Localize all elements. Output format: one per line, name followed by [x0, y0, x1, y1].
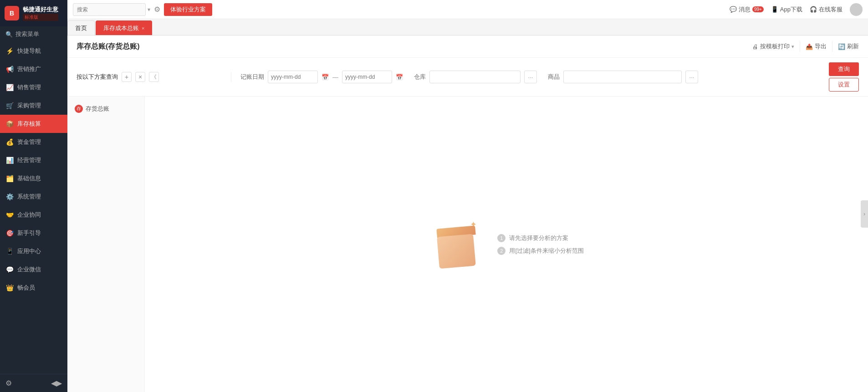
topbar-search-area: ▾: [73, 3, 150, 16]
sidebar-item-label: 库存核算: [17, 120, 41, 128]
sidebar-item-inventory[interactable]: 📦 库存核算: [0, 115, 67, 133]
scheme-sidebar: 存 存货总账: [67, 97, 145, 392]
query-button[interactable]: 查询: [829, 62, 859, 76]
sidebar-item-label: 经营管理: [17, 156, 41, 164]
sidebar-item-label: 应用中心: [17, 247, 41, 255]
sidebar-item-label: 系统管理: [17, 193, 41, 201]
date-end-input[interactable]: [342, 71, 392, 83]
filter-collapse-button[interactable]: 《: [149, 72, 159, 82]
page-title: 库存总账(存货总账): [77, 42, 140, 51]
sidebar-item-label: 畅会员: [17, 284, 35, 292]
goods-label: 商品: [548, 73, 560, 81]
collapse-icon[interactable]: ◀▶: [51, 379, 62, 387]
sidebar-item-wechat[interactable]: 💬 企业微信: [0, 260, 67, 279]
scheme-panel: 存 存货总账 ✦ 1 请先选择要分析的方案 2: [67, 97, 868, 392]
print-button[interactable]: 🖨 按模板打印 ▾: [752, 42, 794, 51]
date-end-calendar-icon[interactable]: 📅: [396, 74, 403, 81]
export-button[interactable]: 📤 导出: [806, 42, 827, 51]
chevron-down-icon[interactable]: ▾: [148, 6, 150, 13]
sidebar-item-appstore[interactable]: 📱 应用中心: [0, 242, 67, 260]
page-area: 库存总账(存货总账) 🖨 按模板打印 ▾ 📤 导出 🔄 刷新: [67, 36, 868, 392]
page-header: 库存总账(存货总账) 🖨 按模板打印 ▾ 📤 导出 🔄 刷新: [67, 36, 868, 58]
corp-icon: 🤝: [5, 211, 14, 219]
box-shape: [437, 234, 476, 269]
sidebar-item-corp[interactable]: 🤝 企业协同: [0, 206, 67, 224]
empty-step-1: 1 请先选择要分析的方案: [497, 234, 583, 242]
topbar-search-input[interactable]: [73, 3, 146, 16]
print-icon: 🖨: [752, 43, 758, 50]
sidebar-search-label: 搜索菜单: [15, 30, 39, 38]
system-icon: ⚙️: [5, 193, 14, 201]
sidebar-item-guide[interactable]: 🎯 新手引导: [0, 224, 67, 242]
settings-button[interactable]: 设置: [829, 78, 859, 92]
topbar-settings-icon[interactable]: ⚙: [154, 5, 160, 14]
filter-label: 按以下方案查询: [77, 73, 118, 81]
settings-icon[interactable]: ⚙: [5, 379, 12, 387]
tab-home[interactable]: 首页: [67, 20, 95, 35]
export-icon: 📤: [806, 43, 813, 50]
refresh-button[interactable]: 🔄 刷新: [838, 42, 859, 51]
headset-icon: 🎧: [810, 6, 817, 13]
logo-icon: B: [5, 6, 19, 20]
topbar: ▾ ⚙ 体验行业方案 💬 消息 99+ 📱 App下载 🎧 在线客服: [67, 0, 868, 19]
sidebar-item-label: 基础信息: [17, 174, 41, 183]
goods-input[interactable]: [563, 71, 682, 83]
inventory-icon: 📦: [5, 120, 14, 128]
sidebar: B 畅捷通好生意 标准版 🔍 搜索菜单 ⚡ 快捷导航 📢 营销推广 📈 销售管理…: [0, 0, 67, 392]
date-field-label: 记账日期: [240, 73, 264, 81]
date-start-input[interactable]: [268, 71, 318, 83]
sidebar-item-purchase[interactable]: 🛒 采购管理: [0, 97, 67, 115]
filter-bar: 按以下方案查询 + × 《 记账日期 📅 — 📅 仓库 ··· 商品 ···: [67, 58, 868, 97]
industry-solution-button[interactable]: 体验行业方案: [164, 3, 212, 16]
refresh-label: 刷新: [847, 42, 859, 51]
message-icon: 💬: [730, 6, 737, 13]
scheme-item-inventory-total[interactable]: 存 存货总账: [67, 101, 144, 117]
right-panel-toggle[interactable]: ›: [861, 200, 868, 228]
filter-right: 记账日期 📅 — 📅 仓库 ··· 商品 ··· 查询 设置: [231, 62, 868, 92]
warehouse-input[interactable]: [429, 71, 521, 83]
sidebar-item-finance[interactable]: 💰 资金管理: [0, 133, 67, 151]
tab-inventory-ledger[interactable]: 库存成本总账 ×: [96, 20, 152, 35]
filter-add-button[interactable]: +: [122, 72, 132, 82]
sidebar-item-operation[interactable]: 📊 经营管理: [0, 151, 67, 169]
filter-remove-button[interactable]: ×: [135, 72, 145, 82]
sidebar-logo: B 畅捷通好生意 标准版: [0, 0, 67, 26]
filter-left: 按以下方案查询 + × 《: [77, 72, 231, 82]
appstore-icon: 📱: [5, 247, 14, 255]
warehouse-label: 仓库: [414, 73, 426, 81]
messages-button[interactable]: 💬 消息 99+: [730, 5, 764, 14]
empty-step-2: 2 用[过滤]条件来缩小分析范围: [497, 247, 583, 255]
sidebar-item-quick-nav[interactable]: ⚡ 快捷导航: [0, 42, 67, 60]
messages-label: 消息: [739, 5, 751, 14]
app-download-button[interactable]: 📱 App下载: [771, 5, 802, 14]
sidebar-item-vip[interactable]: 👑 畅会员: [0, 279, 67, 297]
filter-right-actions: 查询 设置: [829, 62, 868, 92]
finance-icon: 💰: [5, 138, 14, 146]
sidebar-item-system[interactable]: ⚙️ 系统管理: [0, 188, 67, 206]
scheme-item-label: 存货总账: [86, 105, 109, 113]
brand-name: 畅捷通好生意: [23, 5, 58, 14]
sidebar-item-label: 新手引导: [17, 229, 41, 237]
tab-inventory-ledger-label: 库存成本总账: [103, 24, 139, 32]
warehouse-more-button[interactable]: ···: [524, 71, 537, 83]
date-start-calendar-icon[interactable]: 📅: [322, 74, 329, 81]
marketing-icon: 📢: [5, 65, 14, 73]
user-avatar[interactable]: [850, 3, 863, 16]
search-icon: 🔍: [5, 31, 13, 38]
step-2-number: 2: [497, 247, 505, 255]
sidebar-item-basic[interactable]: 🗂️ 基础信息: [0, 169, 67, 188]
online-support-button[interactable]: 🎧 在线客服: [810, 5, 842, 14]
sidebar-item-label: 采购管理: [17, 102, 41, 110]
logo-text: 畅捷通好生意 标准版: [23, 5, 58, 21]
sidebar-item-label: 企业微信: [17, 265, 41, 274]
sidebar-item-sales[interactable]: 📈 销售管理: [0, 78, 67, 97]
sidebar-item-label: 资金管理: [17, 138, 41, 146]
tab-bar: 首页 库存成本总账 ×: [67, 19, 868, 36]
sidebar-search[interactable]: 🔍 搜索菜单: [0, 26, 67, 42]
goods-more-button[interactable]: ···: [685, 71, 698, 83]
operation-icon: 📊: [5, 156, 14, 164]
close-icon[interactable]: ×: [142, 25, 144, 31]
empty-illustration: ✦: [429, 217, 484, 272]
print-chevron-icon: ▾: [791, 44, 794, 50]
sidebar-item-marketing[interactable]: 📢 营销推广: [0, 60, 67, 78]
